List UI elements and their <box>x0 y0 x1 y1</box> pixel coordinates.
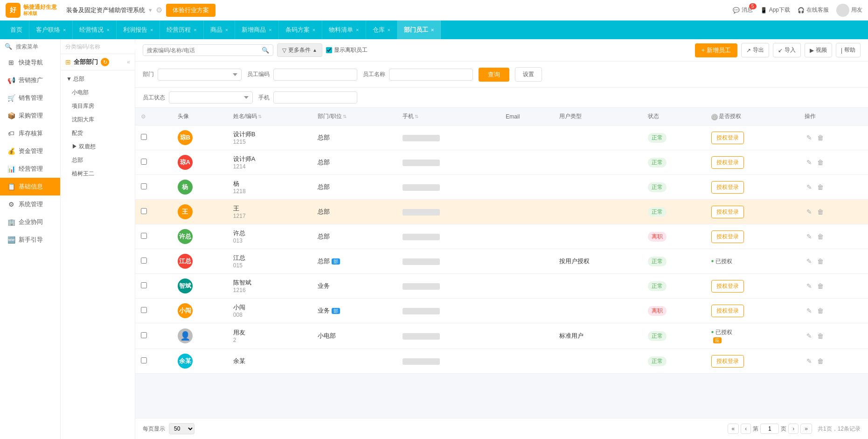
delete-btn[interactable]: 🗑 <box>815 257 826 266</box>
nav-tab-仓库[interactable]: 仓库× <box>366 21 397 39</box>
help-btn[interactable]: | 帮助 <box>836 43 861 57</box>
nav-tab-close[interactable]: × <box>63 27 66 33</box>
dept-search-input[interactable] <box>65 43 135 50</box>
row-setting[interactable] <box>135 224 172 249</box>
dept-item[interactable]: 沈阳大库 <box>61 113 135 126</box>
emp-name-input[interactable] <box>389 69 473 81</box>
row-checkbox[interactable] <box>141 258 147 264</box>
row-checkbox[interactable] <box>141 307 147 313</box>
row-checkbox[interactable] <box>141 282 147 288</box>
nav-tab-经营历程[interactable]: 经营历程× <box>160 21 203 39</box>
show-resigned-checkbox[interactable] <box>326 47 332 53</box>
show-resigned-label[interactable]: 显示离职员工 <box>326 46 368 54</box>
dept-item[interactable]: ▶ 双鹿想 <box>61 140 135 153</box>
dept-select[interactable] <box>158 69 242 81</box>
nav-tab-close[interactable]: × <box>150 27 153 33</box>
nav-tab-新增商品[interactable]: 新增商品× <box>235 21 278 39</box>
sort-icon[interactable]: ⇅ <box>343 114 347 119</box>
row-setting[interactable] <box>135 125 172 150</box>
sort-icon[interactable]: ⇅ <box>415 114 418 119</box>
edit-btn[interactable]: ✎ <box>805 207 814 216</box>
sidebar-item-system[interactable]: ⚙系统管理 <box>0 195 60 213</box>
row-checkbox[interactable] <box>141 332 147 338</box>
msg-action[interactable]: 💬 消息 5 <box>733 6 753 14</box>
col-setting-icon[interactable]: ⚙ <box>141 113 146 120</box>
auth-btn[interactable]: 授权登录 <box>711 132 744 144</box>
sidebar-item-purchase[interactable]: 📦采购管理 <box>0 107 60 125</box>
phone-input[interactable] <box>273 91 357 104</box>
row-setting[interactable] <box>135 274 172 299</box>
auth-btn[interactable]: 授权登录 <box>711 206 744 218</box>
edit-btn[interactable]: ✎ <box>805 356 814 366</box>
edit-btn[interactable]: ✎ <box>805 133 814 142</box>
col-phone[interactable]: 手机⇅ <box>397 108 500 125</box>
row-setting[interactable] <box>135 249 172 274</box>
row-checkbox[interactable] <box>141 159 147 165</box>
nav-tab-close[interactable]: × <box>106 27 109 33</box>
delete-btn[interactable]: 🗑 <box>815 331 826 341</box>
dept-item[interactable]: 配货 <box>61 126 135 140</box>
search-btn[interactable]: 查询 <box>479 68 509 82</box>
auth-btn[interactable]: 授权登录 <box>711 181 744 194</box>
sidebar-item-operation[interactable]: 📊经营管理 <box>0 160 60 178</box>
emp-status-select[interactable] <box>169 91 253 104</box>
view-btn[interactable]: ▶ 视频 <box>805 43 832 57</box>
delete-btn[interactable]: 🗑 <box>815 281 826 291</box>
nav-tab-商品[interactable]: 商品× <box>204 21 235 39</box>
dept-item[interactable]: 植树王二 <box>61 167 135 181</box>
first-page-btn[interactable]: « <box>728 424 739 434</box>
import-btn[interactable]: ↙ 导入 <box>773 43 801 57</box>
nav-tab-客户联络[interactable]: 客户联络× <box>29 21 73 39</box>
sidebar-item-basic[interactable]: 📋基础信息 <box>0 178 60 195</box>
edit-btn[interactable]: ✎ <box>805 232 814 241</box>
row-checkbox[interactable] <box>141 208 147 214</box>
dept-item[interactable]: 项目库房 <box>61 99 135 113</box>
next-page-btn[interactable]: › <box>788 424 799 434</box>
edit-btn[interactable]: ✎ <box>805 306 814 315</box>
row-checkbox[interactable] <box>141 183 147 189</box>
add-emp-btn[interactable]: + 新增员工 <box>695 43 737 57</box>
row-setting[interactable] <box>135 175 172 200</box>
app-action[interactable]: 📱 App下载 <box>760 6 790 14</box>
reset-btn[interactable]: 设置 <box>515 67 542 82</box>
nav-tab-条码方案[interactable]: 条码方案× <box>279 21 322 39</box>
row-checkbox[interactable] <box>141 233 147 239</box>
prev-page-btn[interactable]: ‹ <box>741 424 751 434</box>
edit-btn[interactable]: ✎ <box>805 182 814 192</box>
nav-tab-close[interactable]: × <box>312 27 315 33</box>
edit-btn[interactable]: ✎ <box>805 158 814 167</box>
last-page-btn[interactable]: » <box>800 424 812 434</box>
delete-btn[interactable]: 🗑 <box>815 158 826 167</box>
edit-btn[interactable]: ✎ <box>805 281 814 291</box>
nav-tab-close[interactable]: × <box>225 27 228 33</box>
sidebar-item-marketing[interactable]: 📢营销推广 <box>0 71 60 89</box>
row-checkbox[interactable] <box>141 357 147 363</box>
delete-btn[interactable]: 🗑 <box>815 182 826 192</box>
auth-btn[interactable]: 授权登录 <box>711 305 744 317</box>
auth-btn[interactable]: 授权登录 <box>711 355 744 368</box>
nav-tab-close[interactable]: × <box>388 27 390 33</box>
dept-item[interactable]: ▼ 总部 <box>61 72 135 86</box>
row-setting[interactable] <box>135 323 172 349</box>
dept-collapse-btn[interactable]: « <box>127 59 130 65</box>
dropdown-icon[interactable]: ▾ <box>149 7 152 14</box>
sidebar-search-input[interactable] <box>16 43 56 50</box>
edit-btn[interactable]: ✎ <box>805 331 814 341</box>
nav-tab-物料清单[interactable]: 物料清单× <box>322 21 366 39</box>
emp-search-input[interactable] <box>147 47 260 54</box>
export-btn[interactable]: ↗ 导出 <box>741 43 769 57</box>
row-setting[interactable] <box>135 299 172 323</box>
delete-btn[interactable]: 🗑 <box>815 133 826 142</box>
page-size-select[interactable]: 102050100 <box>169 423 194 434</box>
emp-search-box[interactable]: 🔍 <box>143 44 273 56</box>
col-dept[interactable]: 部门/职位⇅ <box>312 108 397 125</box>
row-checkbox[interactable] <box>141 134 147 140</box>
row-setting[interactable] <box>135 200 172 224</box>
sort-icon[interactable]: ⇅ <box>258 114 262 119</box>
nav-tab-close[interactable]: × <box>269 27 271 33</box>
sidebar-item-company[interactable]: 🏢企业协同 <box>0 213 60 231</box>
sidebar-item-inventory[interactable]: 🏷库存核算 <box>0 125 60 142</box>
nav-tab-首页[interactable]: 首页 <box>4 21 29 39</box>
nav-tab-close[interactable]: × <box>431 27 434 33</box>
sidebar-item-guide[interactable]: 🆕新手引导 <box>0 231 60 249</box>
